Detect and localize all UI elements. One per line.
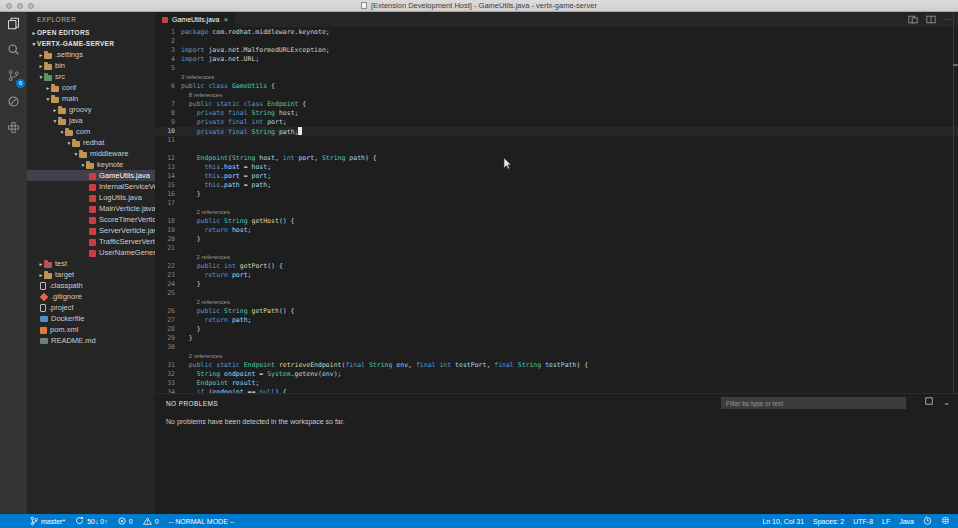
tree-item-groovy[interactable]: ▸groovy: [27, 104, 155, 115]
tree-item-com[interactable]: ▾com: [27, 126, 155, 137]
code-text[interactable]: [181, 199, 958, 208]
codelens-row[interactable]: [155, 145, 958, 154]
code-line[interactable]: 3import java.net.MalformedURLException;: [155, 46, 958, 55]
code-text[interactable]: [181, 343, 958, 352]
code-text[interactable]: import java.net.URL;: [181, 55, 958, 64]
code-line[interactable]: 2: [155, 37, 958, 46]
code-line[interactable]: 18 public String getHost() {: [155, 217, 958, 226]
line-number[interactable]: 17: [155, 199, 181, 208]
code-line[interactable]: 23 return port;: [155, 271, 958, 280]
code-text[interactable]: return path;: [181, 316, 958, 325]
codelens-row[interactable]: 2 references: [155, 208, 958, 217]
code-line[interactable]: 19 return host;: [155, 226, 958, 235]
code-text[interactable]: }: [181, 235, 958, 244]
code-line[interactable]: 20 }: [155, 235, 958, 244]
tree-item-mainverticle-java[interactable]: MainVerticle.java: [27, 203, 155, 214]
tree-item-logutils-java[interactable]: LogUtils.java: [27, 192, 155, 203]
section-header-open-editors[interactable]: ▸OPEN EDITORS: [27, 27, 155, 38]
tree-item-java[interactable]: ▾java: [27, 115, 155, 126]
codelens-references[interactable]: 2 references: [189, 352, 222, 361]
tree-item--settings[interactable]: ▸.settings: [27, 49, 155, 60]
codelens-row[interactable]: 2 references: [155, 352, 958, 361]
line-number[interactable]: 29: [155, 334, 181, 343]
line-number[interactable]: 10: [155, 127, 181, 136]
code-text[interactable]: }: [181, 334, 958, 343]
code-line[interactable]: 6public class GameUtils {: [155, 82, 958, 91]
code-line[interactable]: 8 private final String host;: [155, 109, 958, 118]
close-tab-icon[interactable]: ×: [223, 16, 228, 24]
search-activity-button[interactable]: [0, 38, 27, 64]
line-number[interactable]: 19: [155, 226, 181, 235]
tree-item-scoretimerverticl-[interactable]: ScoreTimerVerticl...: [27, 214, 155, 225]
tree-item-bin[interactable]: ▸bin: [27, 60, 155, 71]
code-text[interactable]: package com.redhat.middleware.keynote;: [181, 28, 958, 37]
line-number[interactable]: 3: [155, 46, 181, 55]
tree-item--gitignore[interactable]: .gitignore: [27, 291, 155, 302]
codelens-row[interactable]: 3 references: [155, 73, 958, 82]
line-number[interactable]: 2: [155, 37, 181, 46]
code-line[interactable]: 7 public static class Endpoint {: [155, 100, 958, 109]
line-number[interactable]: 22: [155, 262, 181, 271]
debug-activity-button[interactable]: [0, 90, 27, 116]
tree-item--project[interactable]: .project: [27, 302, 155, 313]
code-text[interactable]: String endpoint = System.getenv(env);: [181, 370, 958, 379]
codelens-row[interactable]: 8 references: [155, 91, 958, 100]
code-line[interactable]: 13 this.host = host;: [155, 163, 958, 172]
code-line[interactable]: 32 String endpoint = System.getenv(env);: [155, 370, 958, 379]
code-line[interactable]: 25: [155, 289, 958, 298]
line-number[interactable]: 15: [155, 181, 181, 190]
close-window-button[interactable]: [6, 3, 12, 9]
codelens-references[interactable]: 2 references: [197, 253, 230, 262]
more-actions-icon[interactable]: ···: [944, 15, 952, 24]
status-normal-mode[interactable]: -- NORMAL MODE --: [169, 518, 235, 525]
status-0[interactable]: 0: [143, 517, 159, 526]
line-number[interactable]: 33: [155, 379, 181, 388]
codelens-row[interactable]: 2 references: [155, 253, 958, 262]
status-globe[interactable]: [941, 516, 950, 526]
line-number[interactable]: 28: [155, 325, 181, 334]
code-text[interactable]: [181, 289, 958, 298]
code-line[interactable]: 10 private final String path;: [155, 127, 958, 136]
code-line[interactable]: 17: [155, 199, 958, 208]
status-50-0[interactable]: 50↓ 0↑: [75, 516, 108, 526]
tree-item-middleware[interactable]: ▾middleware: [27, 148, 155, 159]
tree-item-test[interactable]: ▸test: [27, 258, 155, 269]
code-text[interactable]: [181, 37, 958, 46]
code-text[interactable]: return port;: [181, 271, 958, 280]
tree-item-conf[interactable]: ▸conf: [27, 82, 155, 93]
line-number[interactable]: 13: [155, 163, 181, 172]
status-lf[interactable]: LF: [882, 518, 890, 525]
tree-item-serververticle-java[interactable]: ServerVerticle.java: [27, 225, 155, 236]
line-number[interactable]: 8: [155, 109, 181, 118]
code-text[interactable]: [181, 244, 958, 253]
minimize-window-button[interactable]: [17, 3, 23, 9]
line-number[interactable]: 30: [155, 343, 181, 352]
code-text[interactable]: private final int port;: [181, 118, 958, 127]
tree-item-trafficserververti-[interactable]: TrafficServerVerti...: [27, 236, 155, 247]
code-text[interactable]: Endpoint(String host, int port, String p…: [181, 154, 958, 163]
code-line[interactable]: 15 this.path = path;: [155, 181, 958, 190]
tree-item-pom-xml[interactable]: pom.xml: [27, 324, 155, 335]
code-line[interactable]: 31 public static Endpoint retrieveEndpoi…: [155, 361, 958, 370]
line-number[interactable]: 16: [155, 190, 181, 199]
status-master[interactable]: master*: [30, 516, 65, 527]
codelens-references[interactable]: 8 references: [189, 91, 222, 100]
code-line[interactable]: 28 }: [155, 325, 958, 334]
tree-item-keynote[interactable]: ▾keynote: [27, 159, 155, 170]
code-line[interactable]: 26 public String getPath() {: [155, 307, 958, 316]
line-number[interactable]: 23: [155, 271, 181, 280]
source-control-activity-button[interactable]: 6: [0, 64, 27, 90]
tab-gameutils[interactable]: GameUtils.java ×: [155, 12, 235, 27]
codelens-references[interactable]: 2 references: [197, 208, 230, 217]
line-number[interactable]: 26: [155, 307, 181, 316]
line-number[interactable]: 14: [155, 172, 181, 181]
explorer-activity-button[interactable]: [0, 12, 27, 38]
status-clock[interactable]: [923, 516, 932, 526]
line-number[interactable]: 25: [155, 289, 181, 298]
code-line[interactable]: 24 }: [155, 280, 958, 289]
line-number[interactable]: 27: [155, 316, 181, 325]
filter-icon[interactable]: [925, 397, 933, 407]
tree-item-redhat[interactable]: ▾redhat: [27, 137, 155, 148]
code-line[interactable]: 30: [155, 343, 958, 352]
code-line[interactable]: 21: [155, 244, 958, 253]
